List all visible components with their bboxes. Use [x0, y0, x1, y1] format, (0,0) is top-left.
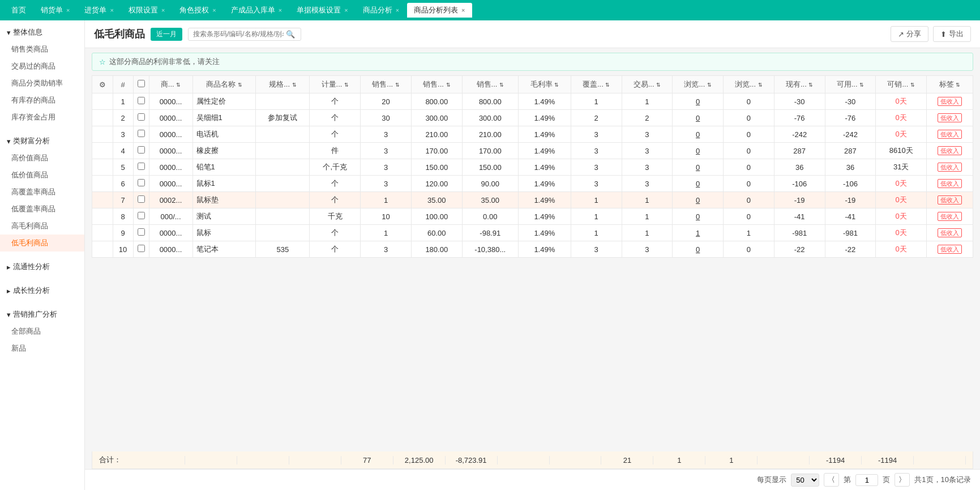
sidebar-item-new-goods[interactable]: 新品 [0, 340, 84, 357]
row-index: 4 [113, 143, 133, 159]
row-name[interactable]: 电话机 [192, 126, 256, 143]
nav-close-product[interactable]: × [279, 7, 282, 14]
row-browse1[interactable]: 0 [673, 110, 724, 126]
row-browse1[interactable]: 0 [673, 93, 724, 110]
nav-item-product[interactable]: 产成品入库单 × [224, 3, 289, 18]
row-name[interactable]: 鼠标 [192, 225, 256, 241]
row-browse1[interactable]: 0 [673, 143, 724, 159]
col-checkbox-all[interactable] [133, 76, 149, 93]
row-name[interactable]: 鼠标垫 [192, 192, 256, 208]
row-checkbox[interactable] [133, 110, 149, 126]
row-stock-avail: -242 [825, 126, 876, 143]
sidebar-group-liquidity[interactable]: ▸ 流通性分析 [0, 258, 84, 275]
row-name[interactable]: 吴细细1 [192, 110, 256, 126]
row-spec [256, 159, 310, 176]
col-coverage[interactable]: 覆盖... ⇅ [571, 76, 622, 93]
per-page-select[interactable]: 50 100 200 [791, 474, 819, 487]
row-checkbox[interactable] [133, 225, 149, 241]
col-days[interactable]: 可销... ⇅ [876, 76, 927, 93]
col-tag[interactable]: 标签 ⇅ [927, 76, 973, 93]
sidebar-item-traded-goods[interactable]: 交易过的商品 [0, 58, 84, 75]
row-checkbox[interactable] [133, 159, 149, 176]
nav-close-analysis-list[interactable]: × [461, 7, 465, 14]
footer-amount: -8,723.91 [446, 456, 498, 465]
pagination: 每页显示 50 100 200 〈 第 页 〉 共1页，10条记录 [85, 469, 980, 490]
col-code[interactable]: 商... ⇅ [149, 76, 192, 93]
sidebar-item-high-profit[interactable]: 高毛利商品 [0, 218, 84, 235]
col-price[interactable]: 销售... ⇅ [411, 76, 462, 93]
row-spec [256, 126, 310, 143]
prev-page-btn[interactable]: 〈 [824, 473, 839, 487]
period-button[interactable]: 近一月 [151, 28, 182, 41]
sidebar-group-marketing[interactable]: ▾ 营销推广分析 [0, 306, 84, 323]
nav-close-analysis[interactable]: × [396, 7, 399, 14]
share-button[interactable]: ↗ 分享 [891, 26, 928, 42]
row-name[interactable]: 橡皮擦 [192, 143, 256, 159]
sidebar-item-low-profit[interactable]: 低毛利商品 [0, 235, 84, 252]
col-amount[interactable]: 销售... ⇅ [462, 76, 518, 93]
row-name[interactable]: 鼠标1 [192, 176, 256, 192]
sidebar-item-low-value[interactable]: 低价值商品 [0, 167, 84, 184]
nav-close-sales[interactable]: × [66, 7, 70, 14]
nav-close-purchase[interactable]: × [110, 7, 113, 14]
sidebar-item-stock-goods[interactable]: 有库存的商品 [0, 92, 84, 109]
nav-item-analysis-list[interactable]: 商品分析列表 × [407, 3, 472, 18]
row-stock-now: -106 [774, 176, 825, 192]
row-browse1[interactable]: 0 [673, 241, 724, 258]
sidebar-group-growth[interactable]: ▸ 成长性分析 [0, 282, 84, 299]
sidebar-item-high-coverage[interactable]: 高覆盖率商品 [0, 184, 84, 201]
col-unit[interactable]: 计量... ⇅ [310, 76, 361, 93]
page-number-input[interactable] [855, 474, 878, 486]
sidebar-item-all-goods[interactable]: 全部商品 [0, 323, 84, 340]
col-settings[interactable]: ⚙ [92, 76, 113, 93]
nav-item-home[interactable]: 首页 [5, 3, 33, 18]
nav-item-purchase[interactable]: 进货单 × [78, 3, 120, 18]
col-browse1[interactable]: 浏览... ⇅ [673, 76, 724, 93]
row-browse1[interactable]: 0 [673, 192, 724, 208]
sidebar-group-wealth[interactable]: ▾ 类财富分析 [0, 133, 84, 150]
row-name[interactable]: 笔记本 [192, 241, 256, 258]
select-all-checkbox[interactable] [138, 80, 145, 87]
row-checkbox[interactable] [133, 208, 149, 225]
row-browse1[interactable]: 0 [673, 208, 724, 225]
col-stock-now[interactable]: 现有... ⇅ [774, 76, 825, 93]
row-browse1[interactable]: 0 [673, 159, 724, 176]
nav-close-template[interactable]: × [344, 7, 348, 14]
sidebar-item-category-rate[interactable]: 商品分类助销率 [0, 75, 84, 92]
row-empty [92, 93, 113, 110]
row-browse1[interactable]: 1 [673, 225, 724, 241]
nav-item-template[interactable]: 单据模板设置 × [290, 3, 354, 18]
col-browse2[interactable]: 浏览... ⇅ [724, 76, 774, 93]
row-checkbox[interactable] [133, 192, 149, 208]
col-name[interactable]: 商品名称 ⇅ [192, 76, 256, 93]
export-button[interactable]: ⬆ 导出 [933, 26, 971, 42]
sidebar-item-high-value[interactable]: 高价值商品 [0, 150, 84, 167]
row-checkbox[interactable] [133, 93, 149, 110]
row-name[interactable]: 铅笔1 [192, 159, 256, 176]
nav-close-role[interactable]: × [212, 7, 216, 14]
row-checkbox[interactable] [133, 143, 149, 159]
row-name[interactable]: 属性定价 [192, 93, 256, 110]
col-spec[interactable]: 规格... ⇅ [256, 76, 310, 93]
row-browse1[interactable]: 0 [673, 126, 724, 143]
nav-item-permission[interactable]: 权限设置 × [122, 3, 172, 18]
col-trade[interactable]: 交易... ⇅ [622, 76, 673, 93]
nav-item-role[interactable]: 角色授权 × [173, 3, 222, 18]
nav-item-analysis[interactable]: 商品分析 × [356, 3, 406, 18]
next-page-btn[interactable]: 〉 [895, 473, 910, 487]
col-gross[interactable]: 毛利率 ⇅ [518, 76, 571, 93]
row-checkbox[interactable] [133, 176, 149, 192]
row-checkbox[interactable] [133, 126, 149, 143]
nav-close-permission[interactable]: × [161, 7, 165, 14]
col-qty[interactable]: 销售... ⇅ [361, 76, 412, 93]
row-checkbox[interactable] [133, 241, 149, 258]
search-input[interactable] [193, 30, 284, 38]
sidebar-item-stock-capital[interactable]: 库存资金占用 [0, 109, 84, 126]
col-stock-avail[interactable]: 可用... ⇅ [825, 76, 876, 93]
sidebar-item-low-coverage[interactable]: 低覆盖率商品 [0, 201, 84, 218]
row-name[interactable]: 测试 [192, 208, 256, 225]
row-browse1[interactable]: 0 [673, 176, 724, 192]
nav-item-sales[interactable]: 销货单 × [34, 3, 76, 18]
sidebar-group-overall[interactable]: ▾ 整体信息 [0, 24, 84, 41]
sidebar-item-sales-goods[interactable]: 销售类商品 [0, 41, 84, 58]
